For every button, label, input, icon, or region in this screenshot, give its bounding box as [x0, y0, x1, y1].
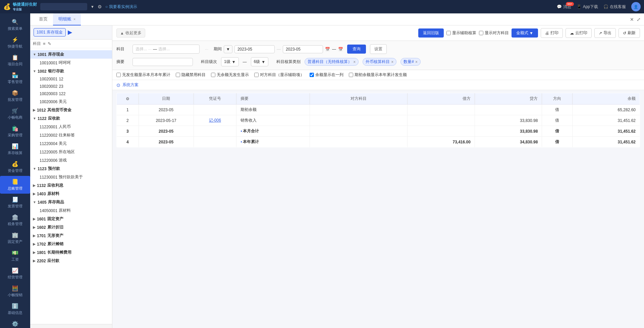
period-type-select[interactable]: ▼ [224, 45, 232, 53]
tree-item-10020001[interactable]: 10020001 12 [30, 75, 112, 83]
voucher-link[interactable]: 记-006 [209, 118, 221, 123]
sidebar-item-retail[interactable]: 🏪 零售管理 [0, 69, 30, 87]
window-close-button[interactable]: ✕ [630, 17, 634, 22]
tree-item-11220002[interactable]: 11220002 往来标签 [30, 131, 112, 139]
tree-item-1801[interactable]: ▶ 1801 长期待摊费用 [30, 248, 112, 257]
tree-item-1001[interactable]: ▼ 1001 库存现金 [30, 50, 112, 59]
tree-item-14050001[interactable]: 14050001 原材料 [30, 206, 112, 215]
tree-item-1602[interactable]: ▶ 1602 累计折旧 [30, 223, 112, 232]
tree-item-1122[interactable]: ▼ 1122 应收款 [30, 114, 112, 123]
tree-item-10020002[interactable]: 10020002 23 [30, 83, 112, 90]
tree-item-11220006[interactable]: 11220006 游戏 [30, 156, 112, 165]
sidebar-item-invoice[interactable]: 🧾 发票管理 [0, 194, 30, 211]
tab-detail[interactable]: 明细账 × [53, 13, 81, 25]
option-balance-one-col[interactable]: 余额显示在一列 [310, 72, 343, 78]
gold-mode-button[interactable]: 金额式 ▼ [512, 28, 538, 38]
tree-scrollbar[interactable] [30, 324, 112, 328]
tree-item-1403[interactable]: ▶ 1403 原材料 [30, 190, 112, 198]
calendar-end-icon[interactable]: 📅 [338, 47, 343, 52]
tab-home[interactable]: 首页 [34, 13, 53, 25]
type-tag-2[interactable]: 外币核算科目 × [363, 58, 396, 66]
sidebar-item-ecommerce[interactable]: 🛒 小畅电商 [0, 105, 30, 123]
sidebar-item-search[interactable]: 🔍 搜索菜单 [0, 16, 30, 34]
tree-item-11230001[interactable]: 11230001 预付款款美于 [30, 173, 112, 181]
level-start-select[interactable]: 1级 ▼ [221, 57, 239, 66]
sidebar-item-wholesale[interactable]: 📦 批发管理 [0, 87, 30, 105]
tree-item-11220005[interactable]: 11220005 所在地区 [30, 148, 112, 156]
col-gear-header[interactable]: ⚙ [117, 93, 139, 105]
sidebar-item-finance[interactable]: 💰 资金管理 [0, 158, 30, 176]
message-button[interactable]: 💬 消息 99+ [557, 4, 571, 10]
export-button[interactable]: ↗ 导出 [594, 28, 616, 38]
table-gear-icon[interactable]: ⚙ [126, 96, 129, 101]
sidebar-item-purchase[interactable]: 🛍️ 采购管理 [0, 123, 30, 140]
tree-nav-icon[interactable]: ▶ [68, 29, 72, 36]
settings-button[interactable]: 设置 [370, 44, 387, 54]
collect-button[interactable]: ▲ 收起更多 [116, 28, 145, 38]
option-no-occurrence[interactable]: 无发生额显示本月本年累计 [116, 72, 170, 78]
type-tag-1[interactable]: 普通科目（无特殊核算） × [305, 58, 359, 66]
option-opening-balance[interactable]: 期初余额显示本年累计发生额 [349, 72, 407, 78]
tree-item-1132[interactable]: ▶ 1132 应收利息 [30, 181, 112, 190]
settings-gear-icon[interactable]: ⚙ [98, 4, 102, 9]
tab-close-icon[interactable]: × [73, 17, 75, 21]
period-start-input[interactable] [234, 45, 275, 53]
app-download-button[interactable]: 📱 App下载 [577, 4, 598, 10]
sidebar-item-tax[interactable]: 🏛️ 税务管理 [0, 211, 30, 229]
tree-header-tag[interactable]: 1001 库存现金 [34, 28, 66, 37]
sidebar-item-basic-info[interactable]: ℹ️ 基础信息 [0, 300, 30, 318]
level-end-select[interactable]: 6级 ▼ [251, 57, 269, 66]
option-hide-disabled[interactable]: 隐藏禁用科目 [176, 72, 206, 78]
show-opposite-checkbox[interactable]: 显示对方科目 [479, 30, 509, 36]
option-no-balance[interactable]: 无余额无发生显示 [211, 72, 249, 78]
tree-item-2202[interactable]: ▶ 2202 应付款 [30, 257, 112, 265]
search-dropdown-icon[interactable]: ▼ [91, 5, 94, 9]
tag-close-icon[interactable]: × [353, 60, 356, 64]
tree-item-10020006[interactable]: 10020006 美元 [30, 97, 112, 106]
tree-item-1702[interactable]: ▶ 1702 累计摊销 [30, 240, 112, 248]
tree-item-1405[interactable]: ▼ 1405 库存商品 [30, 198, 112, 206]
sidebar-item-inventory[interactable]: 📊 库存核算 [0, 140, 30, 158]
sidebar-item-management[interactable]: 📈 经营管理 [0, 265, 30, 282]
demo-link[interactable]: ○ 我要看实例演示 [105, 4, 137, 10]
user-avatar[interactable]: 👤 [631, 2, 641, 11]
sidebar-item-fixed-assets[interactable]: 🏢 固定资产 [0, 229, 30, 247]
tree-item-1123[interactable]: ▼ 1123 预付款 [30, 165, 112, 173]
sidebar-item-project[interactable]: 📋 项目合同 [0, 52, 30, 69]
subject-input-area[interactable]: 选择... ··· — 选择... [132, 45, 200, 54]
global-search-input[interactable] [40, 3, 87, 10]
sidebar-item-system[interactable]: ⚙️ 系统管理 [0, 318, 30, 328]
sidebar-item-ledger[interactable]: 📒 总账管理 [0, 176, 30, 194]
option-opposite-subject[interactable]: 对方科目（显示辅助项） [254, 72, 304, 78]
tree-toolbar-edit-icon[interactable]: ✎ [48, 41, 51, 46]
tree-item-11220004[interactable]: 11220004 美元 [30, 139, 112, 148]
tree-item-10010001[interactable]: 10010001 呵呵呵 [30, 59, 112, 67]
window-expand-button[interactable]: ⤢ [637, 17, 641, 22]
cloud-print-button[interactable]: ☁ 云打印 [566, 28, 592, 38]
show-aux-checkbox[interactable]: 显示辅助核算 [446, 30, 476, 36]
tree-content[interactable]: ▼ 1001 库存现金 10010001 呵呵呵 ▼ 1002 银行存款 [30, 48, 112, 324]
summary-input[interactable] [132, 58, 193, 66]
tag-close-icon[interactable]: × [391, 60, 393, 64]
tree-item-1002[interactable]: ▼ 1002 银行存款 [30, 67, 112, 75]
tree-item-1601[interactable]: ▶ 1601 固定资产 [30, 215, 112, 223]
print-button[interactable]: 🖨 打印 [541, 28, 563, 38]
tree-item-1012[interactable]: ▶ 1012 其他货币资金 [30, 106, 112, 114]
online-service-button[interactable]: 🎧 在线客服 [603, 4, 626, 10]
sidebar-item-quick-nav[interactable]: ⚡ 快捷导航 [0, 34, 30, 52]
return-old-button[interactable]: 返回旧版 [418, 28, 444, 38]
tree-item-10020003[interactable]: 10020003 122 [30, 90, 112, 97]
refresh-button[interactable]: ↺ 刷新 [619, 28, 640, 38]
calendar-start-icon[interactable]: 📅 [325, 47, 330, 52]
period-end-input[interactable] [283, 45, 323, 53]
search-button[interactable]: 查询 [347, 45, 366, 54]
row-voucher[interactable]: 记-006 [194, 115, 236, 126]
tree-toolbar-list-icon[interactable]: ≡ [43, 41, 46, 46]
tree-item-11220001[interactable]: 11220001 人民币 [30, 123, 112, 131]
type-tag-3[interactable]: 数量# × [400, 58, 421, 66]
tree-item-1701[interactable]: ▶ 1701 无形资产 [30, 232, 112, 240]
sidebar-item-expense[interactable]: 🧮 小畅报销 [0, 282, 30, 300]
scheme-label[interactable]: 系统方案 [122, 82, 139, 88]
sidebar-item-payroll[interactable]: 💵 工资 [0, 247, 30, 265]
tag-close-icon[interactable]: × [415, 60, 418, 64]
